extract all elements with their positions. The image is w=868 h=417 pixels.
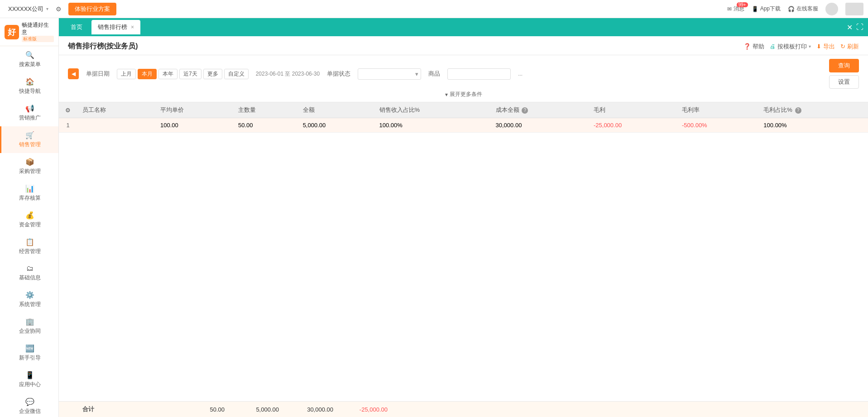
date-btn-7days[interactable]: 近7天 bbox=[179, 69, 201, 79]
sidebar-item-finance[interactable]: 💰 资金管理 bbox=[0, 206, 58, 233]
app-download-btn[interactable]: 📱 App下载 bbox=[752, 5, 781, 13]
date-label: 单据日期 bbox=[86, 70, 110, 78]
cell-qty: 50.00 bbox=[233, 118, 297, 133]
table-container: ⚙ 员工名称 平均单价 主数量 全额 销售收入占比% 成本全额 ? 毛利 毛利率… bbox=[59, 102, 868, 401]
chevron-down-icon: ▾ bbox=[445, 91, 448, 98]
message-btn[interactable]: ✉ 消息 99+ bbox=[727, 5, 744, 13]
sidebar-label-purchase: 采购管理 bbox=[19, 168, 41, 175]
maximize-icon[interactable]: ⛶ bbox=[856, 23, 863, 31]
sidebar-item-inventory[interactable]: 📊 库存核算 bbox=[0, 180, 58, 206]
close-window-icon[interactable]: ✕ bbox=[847, 23, 853, 32]
sidebar-item-guide[interactable]: 🆕 新手引导 bbox=[0, 340, 58, 366]
sidebar-item-system[interactable]: ⚙️ 系统管理 bbox=[0, 286, 58, 313]
sidebar-label-basic: 基础信息 bbox=[19, 274, 41, 282]
sidebar-icon-purchase: 📦 bbox=[25, 158, 34, 166]
page-content: 销售排行榜(按业务员) ❓ 帮助 🖨 按模板打印 ▾ ⬇ 导出 bbox=[59, 36, 868, 417]
tab-bar-right: ✕ ⛶ bbox=[847, 23, 863, 32]
sidebar-label-system: 系统管理 bbox=[19, 301, 41, 308]
col-settings[interactable]: ⚙ bbox=[59, 102, 77, 118]
company-selector[interactable]: XXXXXX公司 ▾ bbox=[5, 5, 52, 13]
sidebar-label-apps: 应用中心 bbox=[19, 381, 41, 388]
print-chevron-icon: ▾ bbox=[809, 44, 811, 49]
status-select-wrap bbox=[358, 68, 421, 80]
sidebar-icon-finance: 💰 bbox=[25, 211, 34, 220]
col-gross: 毛利 bbox=[588, 102, 676, 118]
date-btn-custom[interactable]: 自定义 bbox=[224, 69, 249, 79]
date-btn-more[interactable]: 更多 bbox=[203, 69, 222, 79]
sidebar-label-operation: 经营管理 bbox=[19, 248, 41, 255]
sidebar-icon-operation: 📋 bbox=[25, 238, 34, 246]
more-goods-link[interactable]: ... bbox=[518, 71, 523, 77]
sidebar-label-marketing: 营销推广 bbox=[19, 114, 41, 122]
filter-toggle-button[interactable]: ◀ bbox=[68, 68, 79, 79]
sidebar-item-corp[interactable]: 🏢 企业协同 bbox=[0, 313, 58, 340]
cell-name bbox=[77, 118, 155, 133]
gross-pct-info-icon[interactable]: ? bbox=[795, 107, 801, 114]
status-select[interactable] bbox=[358, 68, 421, 80]
sidebar-icon-sales: 🛒 bbox=[25, 131, 34, 139]
sidebar-icon-wechat: 💬 bbox=[25, 398, 34, 406]
sidebar-icon-search: 🔍 bbox=[25, 51, 34, 59]
table-header-row: ⚙ 员工名称 平均单价 主数量 全额 销售收入占比% 成本全额 ? 毛利 毛利率… bbox=[59, 102, 868, 118]
data-table: ⚙ 员工名称 平均单价 主数量 全额 销售收入占比% 成本全额 ? 毛利 毛利率… bbox=[59, 102, 868, 133]
settings-icon[interactable]: ⚙ bbox=[52, 3, 65, 15]
goods-label: 商品 bbox=[428, 70, 440, 78]
col-name: 员工名称 bbox=[77, 102, 155, 118]
tab-sales-ranking[interactable]: 销售排行榜 × bbox=[91, 20, 140, 34]
sidebar-items: 🔍 搜索菜单 🏠 快捷导航 📢 营销推广 🛒 销售管理 📦 采购管理 📊 库存核… bbox=[0, 46, 58, 417]
sidebar-item-shortcut[interactable]: 🏠 快捷导航 bbox=[0, 73, 58, 100]
cell-sales-pct: 100.00% bbox=[374, 118, 490, 133]
logo-title: 畅捷通好生意 bbox=[22, 22, 54, 36]
date-btn-prev-month[interactable]: 上月 bbox=[117, 69, 136, 79]
sidebar-icon-guide: 🆕 bbox=[25, 344, 34, 353]
footer-cost: 30,000.00 bbox=[284, 406, 339, 413]
headset-icon: 🎧 bbox=[788, 6, 795, 12]
help-button[interactable]: ❓ 帮助 bbox=[743, 43, 764, 51]
query-button[interactable]: 查询 bbox=[829, 59, 859, 72]
print-button[interactable]: 🖨 按模板打印 ▾ bbox=[770, 43, 811, 51]
logo-subtitle: 标准版 bbox=[22, 36, 54, 42]
date-btn-current-year[interactable]: 本年 bbox=[158, 69, 177, 79]
trial-button[interactable]: 体验行业方案 bbox=[68, 3, 116, 15]
col-gross-pct: 毛利占比% ? bbox=[758, 102, 868, 118]
footer-qty: 50.00 bbox=[185, 406, 230, 413]
sidebar-item-apps[interactable]: 📱 应用中心 bbox=[0, 366, 58, 393]
top-right-actions: ✉ 消息 99+ 📱 App下载 🎧 在线客服 bbox=[727, 3, 863, 15]
settings-button[interactable]: 设置 bbox=[829, 75, 859, 89]
logo-text-block: 畅捷通好生意 标准版 bbox=[22, 22, 54, 42]
sidebar-label-wechat: 企业微信 bbox=[19, 407, 41, 415]
message-badge: 99+ bbox=[737, 2, 748, 7]
content-area: 首页 销售排行榜 × ✕ ⛶ 销售排行榜(按业务员) ❓ 帮助 bbox=[59, 18, 868, 417]
sidebar-item-marketing[interactable]: 📢 营销推广 bbox=[0, 100, 58, 126]
refresh-button[interactable]: ↻ 刷新 bbox=[840, 43, 859, 51]
cell-gross: -25,000.00 bbox=[588, 118, 676, 133]
online-service-btn[interactable]: 🎧 在线客服 bbox=[788, 5, 818, 13]
sidebar-item-operation[interactable]: 📋 经营管理 bbox=[0, 233, 58, 260]
export-button[interactable]: ⬇ 导出 bbox=[816, 43, 835, 51]
sidebar-item-purchase[interactable]: 📦 采购管理 bbox=[0, 153, 58, 180]
goods-input[interactable] bbox=[447, 68, 511, 80]
cost-info-icon[interactable]: ? bbox=[522, 107, 528, 114]
sidebar-item-wechat[interactable]: 💬 企业微信 bbox=[0, 393, 58, 417]
sidebar-item-sales[interactable]: 🛒 销售管理 bbox=[0, 126, 58, 153]
top-header: XXXXXX公司 ▾ ⚙ 体验行业方案 ✉ 消息 99+ 📱 App下载 🎧 在… bbox=[0, 0, 868, 18]
table-footer: 合计 50.00 5,000.00 30,000.00 -25,000.00 bbox=[59, 401, 868, 417]
chevron-down-icon: ▾ bbox=[46, 6, 48, 11]
sidebar-item-search[interactable]: 🔍 搜索菜单 bbox=[0, 46, 58, 73]
tab-close-icon[interactable]: × bbox=[131, 24, 134, 30]
col-sales-pct: 销售收入占比% bbox=[374, 102, 490, 118]
export-icon: ⬇ bbox=[816, 43, 821, 50]
cell-rank: 1 bbox=[59, 118, 77, 133]
footer-gross: -25,000.00 bbox=[339, 406, 393, 413]
tab-home[interactable]: 首页 bbox=[63, 18, 90, 36]
page-title: 销售排行榜(按业务员) bbox=[68, 42, 138, 51]
sidebar-label-corp: 企业协同 bbox=[19, 327, 41, 335]
tab-bar: 首页 销售排行榜 × ✕ ⛶ bbox=[59, 18, 868, 36]
expand-more-btn[interactable]: ▾ 展开更多条件 bbox=[445, 91, 482, 98]
expand-row: ▾ 展开更多条件 bbox=[68, 89, 859, 98]
sidebar-item-basic[interactable]: 🗂 基础信息 bbox=[0, 260, 58, 286]
date-btn-current-month[interactable]: 本月 bbox=[138, 69, 157, 79]
avatar[interactable] bbox=[825, 3, 838, 15]
sidebar-icon-system: ⚙️ bbox=[25, 291, 34, 299]
sidebar-label-sales: 销售管理 bbox=[19, 141, 41, 149]
